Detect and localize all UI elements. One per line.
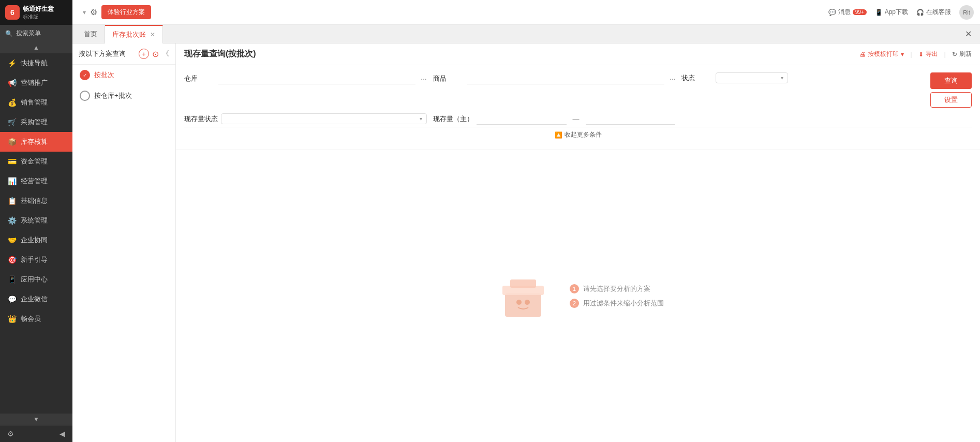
action-separator-2: | bbox=[944, 50, 946, 58]
sidebar-item-label: 营销推广 bbox=[21, 78, 48, 87]
collapse-filters-btn[interactable]: 🔼 收起更多条件 bbox=[184, 127, 972, 142]
sidebar-item-apps[interactable]: 📱 应用中心 bbox=[0, 270, 72, 289]
stock-status-select[interactable]: ▾ bbox=[221, 113, 427, 124]
print-btn[interactable]: 🖨 按模板打印 ▾ bbox=[859, 50, 904, 58]
empty-box-svg bbox=[497, 270, 549, 322]
sidebar-item-operations[interactable]: 📊 经营管理 bbox=[0, 171, 72, 191]
stock-qty-min-input[interactable] bbox=[477, 113, 567, 125]
sidebar-footer: ⚙ ◀ bbox=[0, 425, 72, 442]
sidebar-item-label: 库存核算 bbox=[21, 137, 48, 146]
tab-inventory-batch[interactable]: 库存批次账 ✕ bbox=[105, 25, 163, 43]
tab-panel-close-icon[interactable]: ✕ bbox=[961, 29, 976, 39]
stock-qty-label: 现存量（主） bbox=[433, 114, 473, 124]
wechat-icon: 💬 bbox=[7, 294, 17, 304]
action-separator-1: | bbox=[910, 50, 912, 58]
purchase-icon: 🛒 bbox=[7, 117, 17, 127]
hint1-num: 1 bbox=[570, 284, 579, 293]
marketing-icon: 📢 bbox=[7, 78, 17, 87]
messages-label: 消息 bbox=[838, 8, 851, 17]
sidebar-item-label: 基础信息 bbox=[21, 196, 48, 205]
topbar-settings-icon[interactable]: ⚙ bbox=[90, 7, 97, 17]
sidebar-item-label: 经营管理 bbox=[21, 176, 48, 186]
sidebar-settings-icon[interactable]: ⚙ bbox=[7, 430, 14, 438]
page-title-actions: 🖨 按模板打印 ▾ | ⬇ 导出 | ↻ 刷新 bbox=[859, 50, 972, 58]
svg-rect-2 bbox=[510, 279, 536, 288]
refresh-btn[interactable]: ↻ 刷新 bbox=[952, 50, 972, 58]
trial-button[interactable]: 体验行业方案 bbox=[101, 5, 151, 19]
topbar-left: ▾ ⚙ 体验行业方案 bbox=[79, 5, 151, 19]
sidebar-item-sales[interactable]: 💰 销售管理 bbox=[0, 93, 72, 112]
operations-icon: 📊 bbox=[7, 176, 17, 186]
settings-button[interactable]: 设置 bbox=[930, 92, 972, 108]
warehouse-filter-label: 仓库 bbox=[184, 74, 215, 83]
tab-home-label: 首页 bbox=[84, 30, 97, 39]
search-icon: 🔍 bbox=[5, 30, 13, 37]
warehouse-filter-input[interactable] bbox=[218, 72, 415, 84]
sidebar-item-member[interactable]: 👑 畅会员 bbox=[0, 309, 72, 329]
export-label: 导出 bbox=[926, 50, 938, 58]
tab-close-icon[interactable]: ✕ bbox=[150, 31, 155, 38]
sidebar-item-guide[interactable]: 🎯 新手引导 bbox=[0, 250, 72, 270]
sidebar-collapse-icon[interactable]: ◀ bbox=[60, 430, 65, 438]
add-scheme-btn[interactable]: + bbox=[139, 49, 149, 59]
svg-point-3 bbox=[516, 300, 522, 305]
export-btn[interactable]: ⬇ 导出 bbox=[918, 50, 938, 58]
app-logo: 6 bbox=[5, 5, 20, 20]
scheme-by-batch[interactable]: ✓ 按批次 bbox=[72, 65, 175, 85]
product-filter-label: 商品 bbox=[433, 74, 464, 83]
sidebar-item-wechat[interactable]: 💬 企业微信 bbox=[0, 289, 72, 309]
page-layout: 按以下方案查询 + ⊙ 《 ✓ 按批次 按仓库+批次 现存量查询(按批次) bbox=[72, 43, 980, 442]
collapse-label: 收起更多条件 bbox=[565, 130, 602, 139]
finance-icon: 💳 bbox=[7, 157, 17, 166]
refresh-label: 刷新 bbox=[959, 50, 972, 58]
query-button[interactable]: 查询 bbox=[930, 72, 972, 89]
filter-area: 仓库 ··· 商品 ··· 状态 ▾ bbox=[176, 65, 980, 150]
empty-hint-1: 1 请先选择要分析的方案 bbox=[570, 284, 664, 293]
sidebar-item-finance[interactable]: 💳 资金管理 bbox=[0, 152, 72, 171]
warehouse-filter-dots[interactable]: ··· bbox=[421, 75, 427, 83]
sidebar-item-quick-nav[interactable]: ⚡ 快捷导航 bbox=[0, 53, 72, 73]
sidebar-item-label: 快捷导航 bbox=[21, 58, 48, 68]
product-filter-input[interactable] bbox=[467, 72, 664, 84]
online-support-btn[interactable]: 🎧 在线客服 bbox=[916, 8, 951, 17]
brand-edition: 标准版 bbox=[23, 13, 54, 21]
sidebar-item-inventory[interactable]: 📦 库存核算 bbox=[0, 132, 72, 152]
messages-btn[interactable]: 💬 消息 99+ bbox=[828, 8, 867, 17]
guide-icon: 🎯 bbox=[7, 255, 17, 264]
scheme-by-warehouse-batch[interactable]: 按仓库+批次 bbox=[72, 85, 175, 106]
base-icon: 📋 bbox=[7, 196, 17, 205]
sidebar-item-enterprise[interactable]: 🤝 企业协同 bbox=[0, 230, 72, 250]
sidebar-search[interactable]: 🔍 搜索菜单 bbox=[0, 25, 72, 42]
print-icon: 🖨 bbox=[859, 51, 866, 58]
sidebar-item-system[interactable]: ⚙️ 系统管理 bbox=[0, 211, 72, 230]
sidebar-item-base[interactable]: 📋 基础信息 bbox=[0, 191, 72, 211]
scheme-settings-icon[interactable]: ⊙ bbox=[152, 49, 159, 59]
stock-qty-max-input[interactable] bbox=[586, 113, 676, 125]
sidebar-item-marketing[interactable]: 📢 营销推广 bbox=[0, 73, 72, 93]
left-panel-collapse-icon[interactable]: 《 bbox=[162, 49, 169, 58]
download-icon: 📱 bbox=[875, 9, 883, 16]
sidebar-scroll-up[interactable]: ▲ bbox=[0, 42, 72, 53]
topbar: ▾ ⚙ 体验行业方案 💬 消息 99+ 📱 App下载 🎧 在线客服 Rit bbox=[72, 0, 980, 25]
sidebar-scroll-down[interactable]: ▼ bbox=[0, 414, 72, 425]
left-panel: 按以下方案查询 + ⊙ 《 ✓ 按批次 按仓库+批次 bbox=[72, 43, 176, 442]
stock-status-label: 现存量状态 bbox=[184, 114, 218, 124]
messages-badge: 99+ bbox=[853, 9, 867, 15]
sidebar-item-label: 资金管理 bbox=[21, 157, 48, 166]
product-filter-dots[interactable]: ··· bbox=[670, 75, 676, 83]
status-filter-select[interactable]: ▾ bbox=[716, 72, 788, 83]
breadcrumb-dropdown-icon[interactable]: ▾ bbox=[83, 9, 86, 16]
sidebar-item-label: 畅会员 bbox=[21, 314, 41, 323]
sidebar-item-purchase[interactable]: 🛒 采购管理 bbox=[0, 112, 72, 132]
main-content: ▾ ⚙ 体验行业方案 💬 消息 99+ 📱 App下载 🎧 在线客服 Rit bbox=[72, 0, 980, 442]
sidebar-item-label: 新手引导 bbox=[21, 255, 48, 264]
tab-home[interactable]: 首页 bbox=[77, 25, 105, 43]
user-avatar[interactable]: Rit bbox=[959, 5, 974, 20]
sidebar-nav: ⚡ 快捷导航 📢 营销推广 💰 销售管理 🛒 采购管理 📦 库存核算 💳 资金管… bbox=[0, 53, 72, 414]
app-download-btn[interactable]: 📱 App下载 bbox=[875, 8, 908, 17]
enterprise-icon: 🤝 bbox=[7, 235, 17, 245]
sidebar-item-label: 系统管理 bbox=[21, 216, 48, 225]
hint1-text: 请先选择要分析的方案 bbox=[583, 284, 650, 293]
empty-hint-2: 2 用过滤条件来缩小分析范围 bbox=[570, 299, 664, 308]
empty-state: 1 请先选择要分析的方案 2 用过滤条件来缩小分析范围 bbox=[176, 150, 980, 442]
